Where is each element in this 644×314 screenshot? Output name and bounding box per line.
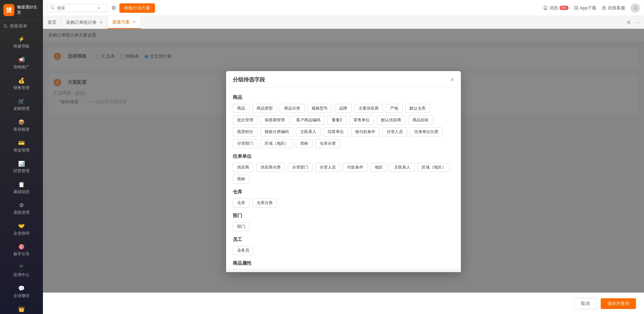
modal-horizontal-scrollbar[interactable]	[226, 269, 461, 272]
topbar-search-box[interactable]	[47, 4, 107, 12]
tag-分管部门[interactable]: 分管部门	[233, 139, 258, 148]
tab-bar-close-icon[interactable]: ✕	[626, 19, 631, 26]
tab-bar-more-icon[interactable]: ⋯	[634, 19, 640, 26]
experience-plan-button[interactable]: 体验行业方案	[119, 3, 155, 13]
tag-规格型号[interactable]: 规格型号	[307, 104, 332, 113]
tag-主联系人[interactable]: 主联系人	[390, 163, 415, 172]
tag-分管部门[interactable]: 分管部门	[288, 163, 313, 172]
user-avatar[interactable]	[631, 3, 640, 13]
tag-部门[interactable]: 部门	[233, 222, 250, 231]
tag-批次管理[interactable]: 批次管理	[233, 116, 258, 125]
finance-icon: 💳	[18, 139, 25, 146]
svg-point-0	[4, 24, 6, 27]
tag-结算单位[interactable]: 结算单位	[323, 127, 348, 136]
tag-税收分类编码[interactable]: 税收分类编码	[260, 127, 293, 136]
tag-主要供应商[interactable]: 主要供应商	[354, 104, 383, 113]
tab-label: 新建方案	[112, 19, 130, 25]
save-query-button[interactable]: 保存并查询	[601, 298, 636, 309]
sidebar-item-new-guide[interactable]: 🎯新手引导	[0, 240, 43, 261]
sidebar-item-inventory[interactable]: 📦库存核算	[0, 115, 43, 136]
tag-商品[interactable]: 商品	[233, 104, 250, 113]
modal-overlay: 分组待选字段 × 商品商品商品类型商品分类规格型号品牌主要供应商产地默认仓库批次…	[43, 29, 644, 314]
sidebar-item-member[interactable]: 👑畅会员	[0, 302, 43, 314]
sidebar-item-operations[interactable]: 📊经营管理	[0, 157, 43, 178]
sidebar: 捷 畅捷通好生意 搜索菜单 ⚡快捷导航📢营销推广💰销售管理🛒采购管理📦库存核算💳…	[0, 0, 43, 314]
tag-group-partner: 供应商供应商分类分管部门分管人员付款条件地区主联系人区域（地区）简称	[233, 163, 454, 184]
tag-地区[interactable]: 地区	[370, 163, 387, 172]
tag-简称[interactable]: 简称	[233, 175, 250, 184]
svg-line-3	[53, 8, 54, 9]
tag-保质期管理[interactable]: 保质期管理	[260, 116, 289, 125]
tag-供应商分类[interactable]: 供应商分类	[256, 163, 285, 172]
topbar-gear-icon[interactable]: ⚙	[111, 5, 116, 11]
section-title-goods: 商品	[233, 95, 454, 101]
tag-分管人员[interactable]: 分管人员	[315, 163, 340, 172]
operations-icon: 📊	[18, 160, 25, 167]
tag-仓库[interactable]: 仓库	[233, 198, 250, 207]
sidebar-item-corp-collab[interactable]: 🤝企业协同	[0, 219, 43, 240]
topbar-search-input[interactable]	[57, 6, 97, 10]
svg-point-9	[602, 6, 606, 10]
tab-close-icon[interactable]: ✕	[99, 20, 103, 25]
topbar: ⚙ 体验行业方案 消息 99+ App下载 在线客服	[43, 0, 644, 16]
tag-业务员[interactable]: 业务员	[233, 246, 254, 255]
sidebar-item-finance[interactable]: 💳资金管理	[0, 136, 43, 157]
tag-产地[interactable]: 产地	[386, 104, 402, 113]
tag-仓库分类[interactable]: 仓库分类	[252, 198, 277, 207]
tag-商品类型[interactable]: 商品类型	[252, 104, 277, 113]
section-title-employee: 员工	[233, 237, 454, 243]
sidebar-item-label: 快捷导航	[13, 44, 30, 49]
tab-new-plan[interactable]: 新建方案✕	[108, 16, 141, 29]
sidebar-item-sales[interactable]: 💰销售管理	[0, 74, 43, 95]
modal-header: 分组待选字段 ×	[226, 71, 461, 88]
sidebar-item-base-info[interactable]: 📋基础信息	[0, 178, 43, 198]
tag-品牌[interactable]: 品牌	[335, 104, 352, 113]
member-icon: 👑	[18, 306, 25, 312]
tag-group-warehouse: 仓库仓库分类	[233, 198, 454, 207]
sidebar-item-label: 采购管理	[13, 106, 30, 112]
corp-collab-icon: 🤝	[18, 223, 25, 229]
tag-零售单位[interactable]: 零售单位	[349, 116, 374, 125]
sidebar-item-purchase[interactable]: 🛒采购管理	[0, 95, 43, 115]
tag-收付款条件[interactable]: 收付款条件	[351, 127, 380, 136]
service-icon	[602, 6, 606, 10]
online-service-item[interactable]: 在线客服	[602, 5, 625, 11]
corp-wechat-icon: 💬	[18, 285, 25, 292]
tag-默认供应商[interactable]: 默认供应商	[377, 116, 406, 125]
app-download-item[interactable]: App下载	[574, 5, 596, 11]
search-icon	[3, 24, 8, 28]
sidebar-item-app-center[interactable]: 📱应用中心	[0, 261, 43, 281]
tag-简称[interactable]: 简称	[296, 139, 313, 148]
tag-主联系人[interactable]: 主联系人	[296, 127, 321, 136]
tag-区域（地区）[interactable]: 区域（地区）	[260, 139, 293, 148]
tag-仓库分类[interactable]: 仓库分类	[315, 139, 340, 148]
tag-往来单位分类[interactable]: 往来单位分类	[410, 127, 443, 136]
svg-point-11	[634, 6, 636, 8]
tag-付款条件[interactable]: 付款条件	[343, 163, 368, 172]
cancel-button[interactable]: 取消	[574, 298, 597, 309]
sidebar-item-corp-wechat[interactable]: 💬企业微信	[0, 281, 43, 302]
tab-home[interactable]: 首页	[43, 16, 61, 29]
tag-客户商品编码[interactable]: 客户商品编码	[292, 116, 325, 125]
modal-close-button[interactable]: ×	[450, 76, 454, 83]
sidebar-search[interactable]: 搜索菜单	[0, 20, 43, 32]
tag-拣货积分[interactable]: 拣货积分	[233, 127, 258, 136]
sidebar-item-label: 新手引导	[13, 251, 30, 257]
tag-商品别名[interactable]: 商品别名	[408, 116, 433, 125]
tag-重量3[interactable]: 重量3	[327, 116, 346, 125]
tag-供应商[interactable]: 供应商	[233, 163, 254, 172]
sidebar-item-quick-nav[interactable]: ⚡快捷导航	[0, 32, 43, 53]
tag-商品分类[interactable]: 商品分类	[280, 104, 305, 113]
svg-line-1	[6, 27, 7, 28]
tab-label: 首页	[48, 19, 56, 25]
tag-区域（地区）[interactable]: 区域（地区）	[417, 163, 450, 172]
avatar-icon	[633, 5, 638, 11]
tab-purchase-stats[interactable]: 采购订单统计表✕	[61, 16, 108, 29]
new-guide-icon: 🎯	[18, 243, 25, 250]
sidebar-item-system[interactable]: ⚙系统管理	[0, 198, 43, 219]
tag-分管人员[interactable]: 分管人员	[382, 127, 407, 136]
tab-close-icon[interactable]: ✕	[132, 20, 136, 24]
notification-item[interactable]: 消息 99+	[543, 5, 569, 11]
tag-默认仓库[interactable]: 默认仓库	[405, 104, 430, 113]
sidebar-item-marketing[interactable]: 📢营销推广	[0, 53, 43, 74]
